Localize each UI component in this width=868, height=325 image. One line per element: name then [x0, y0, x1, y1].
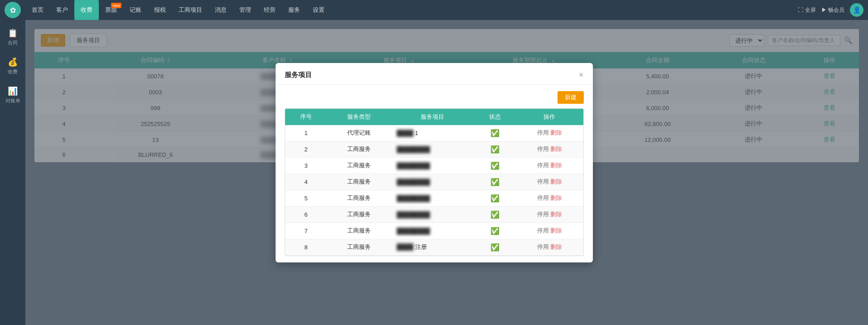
- stop-button[interactable]: 停用: [537, 243, 549, 251]
- nav-customer[interactable]: 客户: [50, 0, 74, 20]
- modal-close-button[interactable]: ×: [579, 70, 584, 80]
- delete-button[interactable]: 删除: [550, 243, 562, 251]
- modal-header: 服务项目 ×: [276, 63, 593, 85]
- modal-cell-item: ████████: [391, 174, 474, 190]
- list-item: 8 工商服务 ████ 注册 ✅ 停用 删除: [285, 239, 583, 255]
- modal-body: 新建 序号 服务类型 服务项目 状态 操作 1 代理记账 ████ 1 ✅: [276, 85, 593, 262]
- sidebar-item-reconcile[interactable]: 📊 对账单: [1, 82, 24, 108]
- top-nav: ✿ 首页 客户 收费 票据 new 记账 报税 工商项目 消息 管理 经营 服务…: [0, 0, 868, 20]
- modal-cell-item: ████████: [391, 141, 474, 157]
- modal-cell-type: 工商服务: [327, 206, 392, 223]
- modal-cell-status: ✅: [474, 206, 516, 223]
- stop-button[interactable]: 停用: [537, 227, 549, 235]
- modal-cell-seq: 8: [285, 239, 327, 255]
- modal-cell-type: 工商服务: [327, 157, 392, 174]
- list-item: 4 工商服务 ████████ ✅ 停用 删除: [285, 174, 583, 190]
- modal-cell-action: 停用 删除: [516, 223, 583, 239]
- stop-button[interactable]: 停用: [537, 194, 549, 202]
- modal-title: 服务项目: [285, 71, 312, 79]
- app-logo: ✿: [5, 2, 21, 18]
- avatar[interactable]: 👤: [850, 3, 863, 17]
- modal-cell-status: ✅: [474, 174, 516, 190]
- list-item: 2 工商服务 ████████ ✅ 停用 删除: [285, 141, 583, 157]
- nav-settings[interactable]: 设置: [306, 0, 331, 20]
- status-check-icon: ✅: [490, 146, 499, 153]
- modal-cell-type: 工商服务: [327, 239, 392, 255]
- vip-btn[interactable]: ▶ 畅会员: [821, 6, 844, 14]
- stop-button[interactable]: 停用: [537, 178, 549, 186]
- list-item: 7 工商服务 ████████ ✅ 停用 删除: [285, 223, 583, 239]
- service-items-table: 序号 服务类型 服务项目 状态 操作 1 代理记账 ████ 1 ✅ 停用 删除…: [285, 109, 583, 256]
- modal-cell-action: 停用 删除: [516, 125, 583, 141]
- modal-cell-status: ✅: [474, 239, 516, 255]
- reconcile-icon: 📊: [8, 86, 18, 96]
- delete-button[interactable]: 删除: [550, 178, 562, 186]
- modal-cell-item: ████████: [391, 223, 474, 239]
- contract-icon: 📋: [8, 28, 18, 38]
- list-item: 1 代理记账 ████ 1 ✅ 停用 删除: [285, 125, 583, 141]
- nav-home[interactable]: 首页: [25, 0, 50, 20]
- modal-cell-type: 工商服务: [327, 223, 392, 239]
- modal-cell-item: ████████: [391, 206, 474, 223]
- modal-cell-seq: 7: [285, 223, 327, 239]
- fullscreen-btn[interactable]: ⛶ 全屏: [798, 6, 815, 14]
- new-service-button[interactable]: 新建: [558, 91, 584, 104]
- modal-col-status: 状态: [474, 109, 516, 125]
- modal-cell-action: 停用 删除: [516, 190, 583, 206]
- status-check-icon: ✅: [490, 227, 499, 235]
- modal-cell-status: ✅: [474, 125, 516, 141]
- status-check-icon: ✅: [490, 178, 499, 186]
- modal-cell-status: ✅: [474, 141, 516, 157]
- delete-button[interactable]: 删除: [550, 194, 562, 202]
- modal-cell-item: ████ 注册: [391, 239, 474, 255]
- nav-message[interactable]: 消息: [209, 0, 233, 20]
- modal-toolbar: 新建: [285, 91, 584, 104]
- modal-col-item: 服务项目: [391, 109, 474, 125]
- stop-button[interactable]: 停用: [537, 210, 549, 218]
- sidebar-item-fee[interactable]: 💰 收费: [1, 53, 24, 79]
- status-check-icon: ✅: [490, 194, 499, 202]
- modal-col-seq: 序号: [285, 109, 327, 125]
- modal-cell-seq: 3: [285, 157, 327, 174]
- nav-service[interactable]: 服务: [282, 0, 306, 20]
- list-item: 3 工商服务 ████████ ✅ 停用 删除: [285, 157, 583, 174]
- modal-cell-seq: 5: [285, 190, 327, 206]
- stop-button[interactable]: 停用: [537, 161, 549, 170]
- modal-cell-item: ████████: [391, 190, 474, 206]
- modal-cell-seq: 4: [285, 174, 327, 190]
- delete-button[interactable]: 删除: [550, 145, 562, 153]
- modal-col-type: 服务类型: [327, 109, 392, 125]
- modal-cell-type: 工商服务: [327, 174, 392, 190]
- nav-operation[interactable]: 经营: [257, 0, 282, 20]
- status-check-icon: ✅: [490, 211, 499, 218]
- list-item: 5 工商服务 ████████ ✅ 停用 删除: [285, 190, 583, 206]
- nav-invoice[interactable]: 票据 new: [99, 0, 123, 20]
- status-check-icon: ✅: [490, 162, 499, 170]
- delete-button[interactable]: 删除: [550, 161, 562, 170]
- modal-cell-status: ✅: [474, 157, 516, 174]
- modal-cell-type: 工商服务: [327, 141, 392, 157]
- nav-fee[interactable]: 收费: [74, 0, 99, 20]
- sidebar-item-contract[interactable]: 📋 合同: [1, 24, 24, 50]
- nav-business[interactable]: 工商项目: [172, 0, 209, 20]
- nav-bookkeeping[interactable]: 记账: [123, 0, 148, 20]
- nav-manage[interactable]: 管理: [233, 0, 257, 20]
- modal-cell-item: ████ 1: [391, 125, 474, 141]
- nav-tax[interactable]: 报税: [148, 0, 172, 20]
- stop-button[interactable]: 停用: [537, 145, 549, 153]
- modal-col-action: 操作: [516, 109, 583, 125]
- modal-header-row: 序号 服务类型 服务项目 状态 操作: [285, 109, 583, 125]
- modal-cell-seq: 1: [285, 125, 327, 141]
- delete-button[interactable]: 删除: [550, 129, 562, 137]
- modal-cell-item: ████████: [391, 157, 474, 174]
- delete-button[interactable]: 删除: [550, 227, 562, 235]
- nav-right: ⛶ 全屏 ▶ 畅会员 👤: [798, 3, 863, 17]
- modal-cell-seq: 2: [285, 141, 327, 157]
- modal-cell-action: 停用 删除: [516, 174, 583, 190]
- list-item: 6 工商服务 ████████ ✅ 停用 删除: [285, 206, 583, 223]
- service-items-modal: 服务项目 × 新建 序号 服务类型 服务项目 状态 操作 1 代理记账: [276, 63, 593, 262]
- delete-button[interactable]: 删除: [550, 210, 562, 218]
- modal-cell-seq: 6: [285, 206, 327, 223]
- modal-cell-action: 停用 删除: [516, 239, 583, 255]
- stop-button[interactable]: 停用: [537, 129, 549, 137]
